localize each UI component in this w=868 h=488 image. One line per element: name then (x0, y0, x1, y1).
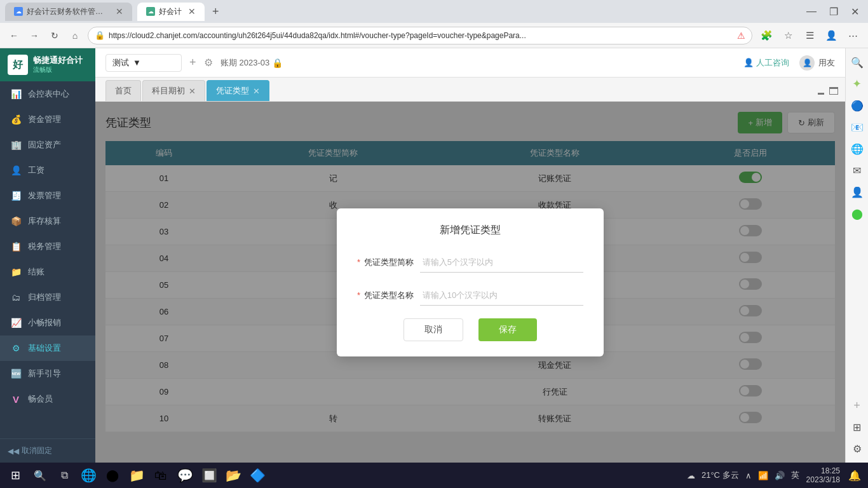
tab-voucher-close[interactable]: ✕ (253, 86, 260, 96)
taskbar-notification[interactable]: 🔔 (845, 466, 864, 485)
taskbar-task-view[interactable]: ⧉ (53, 464, 75, 486)
right-star-btn[interactable]: ✦ (848, 75, 866, 93)
settings-icon: ⚙ (10, 343, 22, 353)
sidebar-logo[interactable]: 好 畅捷通好合计 流畅版 (0, 48, 95, 81)
sidebar-item-label-salary: 工资 (28, 165, 44, 176)
nav-back-button[interactable]: ← (6, 28, 22, 43)
app-layout: 好 畅捷通好合计 流畅版 📊 会控表中心 💰 资金管理 🏢 固定资产 👤 工资 (0, 48, 868, 463)
systray-lang: 英 (789, 470, 801, 481)
sidebar-scroll: 📊 会控表中心 💰 资金管理 🏢 固定资产 👤 工资 🧾 发票管理 📦 (0, 81, 95, 438)
header-add-button[interactable]: + (189, 56, 196, 69)
right-grid-btn[interactable]: ⊞ (848, 418, 866, 436)
sidebar-cancel-fixed[interactable]: ◀◀ 取消固定 (0, 438, 95, 463)
window-minimize-button[interactable]: — (803, 6, 820, 18)
sidebar-item-dashboard[interactable]: 📊 会控表中心 (0, 81, 95, 107)
sidebar-item-guide[interactable]: 🆕 新手引导 (0, 361, 95, 386)
tab-minimize-btn[interactable]: 🗕 (816, 86, 826, 97)
tab-maximize-btn[interactable]: 🗖 (829, 86, 839, 97)
window-maximize-button[interactable]: ❐ (825, 6, 842, 18)
window-close-button[interactable]: ✕ (847, 6, 863, 18)
sidebar-item-inventory[interactable]: 📦 库存核算 (0, 208, 95, 234)
taskbar-search-button[interactable]: 🔍 (29, 464, 51, 486)
sidebar-item-salary[interactable]: 👤 工资 (0, 158, 95, 183)
user-info[interactable]: 👤 用友 (799, 55, 835, 71)
taskbar-folder[interactable]: 📂 (222, 464, 244, 486)
guide-icon: 🆕 (10, 369, 22, 379)
browser-tab-active[interactable]: ☁ 好会计 ✕ (137, 3, 205, 21)
sidebar-item-label-report: 小畅报销 (28, 317, 61, 329)
modal-save-button[interactable]: 保存 (478, 318, 537, 341)
toolbar-collection-icon[interactable]: ☰ (801, 27, 818, 44)
taskbar-wechat[interactable]: 💬 (174, 464, 196, 486)
nav-refresh-button[interactable]: ↻ (47, 28, 62, 43)
settlement-icon: 📁 (10, 267, 22, 277)
right-search-btn[interactable]: 🔍 (848, 53, 866, 71)
window-controls: — ❐ ✕ (803, 6, 863, 18)
sidebar-item-settings[interactable]: ⚙ 基础设置 (0, 336, 95, 361)
taskbar-edge2[interactable]: 🔷 (247, 464, 268, 486)
right-mail-btn[interactable]: ✉ (848, 161, 866, 179)
sidebar-item-label-assets: 固定资产 (28, 139, 61, 151)
nav-forward-button[interactable]: → (27, 28, 42, 43)
taskbar-store[interactable]: 🛍 (150, 464, 172, 486)
tab-home[interactable]: 首页 (105, 80, 141, 101)
modal-footer: 取消 保存 (357, 318, 583, 341)
company-name: 测试 (112, 57, 129, 69)
browser-addressbar: ← → ↻ ⌂ 🔒 https://cloud2.chanjet.com/acc… (0, 23, 868, 48)
modal-short-input[interactable] (420, 252, 583, 273)
right-browser-btn[interactable]: 🌐 (848, 140, 866, 158)
taskbar-start-button[interactable]: ⊞ (4, 464, 27, 487)
security-warning-icon: ⚠ (737, 30, 745, 41)
sidebar-item-tax[interactable]: 📋 税务管理 (0, 234, 95, 259)
sidebar-item-assets[interactable]: 🏢 固定资产 (0, 132, 95, 158)
sidebar-item-label-invoice: 发票管理 (28, 190, 61, 201)
sidebar-item-label-inventory: 库存核算 (28, 215, 61, 227)
sidebar-item-report[interactable]: 📈 小畅报销 (0, 310, 95, 336)
toolbar-favorites-icon[interactable]: ☆ (779, 27, 797, 44)
dashboard-icon: 📊 (10, 89, 22, 99)
modal-overlay: 新增凭证类型 * 凭证类型简称 * 凭证类型名称 (95, 102, 845, 463)
sidebar-item-invoice[interactable]: 🧾 发票管理 (0, 183, 95, 208)
company-selector[interactable]: 测试 ▼ (105, 54, 182, 72)
app-tabs: 首页 科目期初 ✕ 凭证类型 ✕ 🗕 🗖 (95, 78, 845, 102)
vip-icon: V (10, 394, 22, 405)
systray-expand[interactable]: ∧ (743, 471, 754, 480)
right-user-btn[interactable]: 👤 (848, 183, 866, 201)
taskbar-clock[interactable]: 18:25 2023/3/18 (806, 466, 840, 484)
header-settings-button[interactable]: ⚙ (204, 57, 213, 69)
capital-icon: 💰 (10, 114, 22, 125)
tab-close-1[interactable]: ✕ (116, 6, 123, 17)
sidebar-item-settlement[interactable]: 📁 结账 (0, 259, 95, 285)
tab-subject[interactable]: 科目期初 ✕ (142, 80, 205, 101)
date-display: 2023/3/18 (806, 475, 840, 484)
logo-badge: 流畅版 (33, 65, 83, 74)
new-tab-button[interactable]: + (212, 5, 219, 18)
user-avatar: 👤 (799, 55, 815, 71)
browser-tab-inactive[interactable]: ☁ 好会计云财务软件管理系统_会计 ✕ (5, 3, 132, 21)
toolbar-extensions-icon[interactable]: 🧩 (757, 27, 775, 44)
period-info: 账期 2023-03 🔒 (220, 57, 283, 69)
right-edge-btn[interactable]: 🔵 (848, 97, 866, 114)
address-box[interactable]: 🔒 https://cloud2.chanjet.com/accounting/… (88, 27, 752, 44)
toolbar-menu-icon[interactable]: ⋯ (844, 27, 862, 44)
right-add-btn[interactable]: + (848, 396, 866, 414)
taskbar-edge[interactable]: 🌐 (78, 464, 99, 486)
taskbar-app5[interactable]: 🔲 (198, 464, 220, 486)
sidebar-item-vip[interactable]: V 畅会员 (0, 386, 95, 412)
tab-close-2[interactable]: ✕ (188, 6, 196, 17)
right-config-btn[interactable]: ⚙ (848, 440, 866, 458)
taskbar-chrome[interactable]: ⬤ (102, 464, 123, 486)
modal-name-input[interactable] (420, 285, 583, 306)
sidebar-item-label-settlement: 结账 (28, 266, 44, 278)
tab-subject-close[interactable]: ✕ (189, 86, 196, 96)
right-outlook-btn[interactable]: 📧 (848, 118, 866, 136)
modal-cancel-button[interactable]: 取消 (403, 318, 463, 341)
toolbar-profile-icon[interactable]: 👤 (822, 27, 840, 44)
nav-home-button[interactable]: ⌂ (67, 28, 83, 43)
sidebar-item-capital[interactable]: 💰 资金管理 (0, 107, 95, 132)
consultant-button[interactable]: 👤 人工咨询 (743, 57, 789, 69)
sidebar-item-archive[interactable]: 🗂 归档管理 (0, 285, 95, 310)
tab-voucher-type[interactable]: 凭证类型 ✕ (207, 80, 269, 101)
right-green-btn[interactable]: ⬤ (848, 205, 866, 222)
taskbar-explorer[interactable]: 📁 (126, 464, 147, 486)
